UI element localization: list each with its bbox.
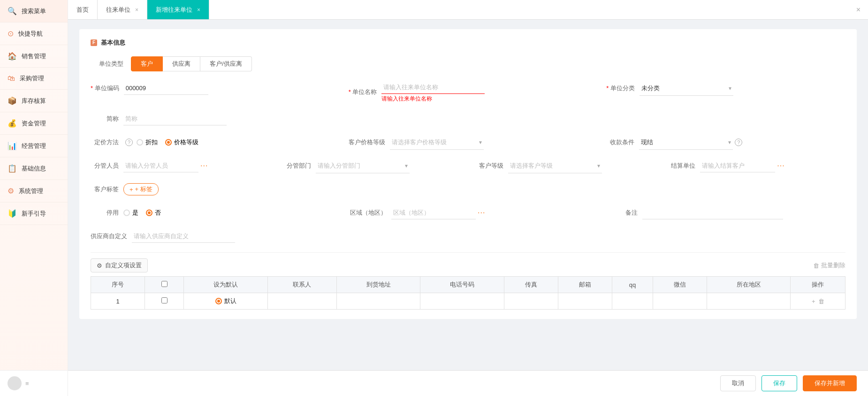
purchase-icon: 🛍 bbox=[8, 74, 15, 83]
th-address: 到货地址 bbox=[336, 277, 420, 293]
save-button[interactable]: 保存 bbox=[761, 375, 797, 391]
th-contact: 联系人 bbox=[267, 277, 336, 293]
table-header: 序号 设为默认 联系人 到货地址 电话号码 传真 邮箱 qq 微信 所在地区 操… bbox=[91, 277, 845, 293]
save-new-button[interactable]: 保存并新增 bbox=[803, 375, 857, 391]
form-group-region: 区域（地区） ··· bbox=[350, 205, 586, 220]
manager-more-icon[interactable]: ··· bbox=[198, 162, 210, 170]
settlement-label: 结算单位 bbox=[667, 158, 700, 173]
tags-label: 客户标签 bbox=[91, 182, 123, 197]
region-more-icon[interactable]: ··· bbox=[476, 209, 487, 217]
disable-no-label: 否 bbox=[155, 209, 161, 217]
row-phone bbox=[420, 293, 504, 310]
row-add-btn[interactable]: + bbox=[812, 298, 815, 305]
tab-new-partner[interactable]: 新增往来单位 × bbox=[147, 0, 209, 19]
cust-price-select[interactable]: 请选择客户价格等级 ▾ bbox=[390, 135, 484, 150]
sidebar-item-search[interactable]: 🔍 搜索菜单 bbox=[0, 0, 68, 23]
sidebar-item-operation[interactable]: 📊 经营管理 bbox=[0, 135, 68, 157]
sidebar-item-system[interactable]: ⚙ 系统管理 bbox=[0, 180, 68, 202]
cust-level-select[interactable]: 请选择客户等级 ▾ bbox=[508, 159, 602, 173]
form-row-7: 供应商自定义 bbox=[91, 229, 845, 244]
cust-price-placeholder: 请选择客户价格等级 bbox=[392, 138, 477, 147]
tab-partners[interactable]: 往来单位 × bbox=[98, 0, 147, 19]
unit-type-supplier[interactable]: 供应离 bbox=[163, 56, 200, 71]
th-email: 邮箱 bbox=[558, 277, 612, 293]
sidebar-item-sales[interactable]: 🏠 销售管理 bbox=[0, 45, 68, 68]
batch-delete-btn[interactable]: 🗑 批量删除 bbox=[813, 259, 845, 272]
quicknav-icon: ⊙ bbox=[8, 29, 14, 38]
row-delete-btn[interactable]: 🗑 bbox=[818, 298, 824, 305]
disable-yes-circle bbox=[123, 210, 130, 216]
payment-label: 收款条件 bbox=[606, 135, 639, 150]
tab-partners-close[interactable]: × bbox=[135, 7, 138, 13]
payment-arrow: ▾ bbox=[728, 139, 731, 146]
manager-input[interactable] bbox=[123, 159, 198, 172]
cust-price-label: 客户价格等级 bbox=[349, 135, 390, 150]
form-group-disable: 停用 是 否 bbox=[91, 205, 327, 220]
row-wechat bbox=[653, 293, 707, 310]
settlement-input[interactable] bbox=[700, 159, 775, 172]
payment-help-icon[interactable]: ? bbox=[735, 139, 742, 146]
pricing-level-radio[interactable]: 价格等级 bbox=[165, 138, 198, 147]
unit-name-input[interactable] bbox=[381, 81, 485, 94]
unit-type-both[interactable]: 客户/供应离 bbox=[200, 56, 252, 71]
sidebar-item-purchase[interactable]: 🛍 采购管理 bbox=[0, 68, 68, 90]
payment-select[interactable]: 现结 ▾ bbox=[639, 135, 733, 150]
settlement-more-icon[interactable]: ··· bbox=[775, 162, 786, 170]
form-row-2: 简称 bbox=[91, 111, 845, 126]
tab-close-all[interactable]: × bbox=[849, 0, 868, 19]
pricing-discount-radio[interactable]: 折扣 bbox=[137, 138, 158, 147]
row-checkbox-input[interactable] bbox=[161, 297, 168, 303]
form-row-6: 停用 是 否 区域（地区） bbox=[91, 205, 845, 220]
short-name-input[interactable] bbox=[123, 112, 227, 125]
custom-settings-label: 自定义项设置 bbox=[105, 261, 142, 270]
unit-type-customer[interactable]: 客户 bbox=[131, 56, 163, 71]
operation-icon: 📊 bbox=[8, 141, 17, 150]
form-group-shortname: 简称 bbox=[91, 111, 845, 126]
dept-select[interactable]: 请输入分管部门 ▾ bbox=[316, 159, 410, 173]
unit-name-error: 请输入往来单位名称 bbox=[381, 95, 587, 103]
form-group-remark: 备注 bbox=[609, 205, 845, 220]
remark-input[interactable] bbox=[642, 206, 783, 219]
cancel-button[interactable]: 取消 bbox=[720, 375, 756, 391]
tag-add-button[interactable]: + + 标签 bbox=[123, 183, 159, 195]
disable-yes-radio[interactable]: 是 bbox=[123, 209, 138, 217]
form-group-dept: 分管部门 请输入分管部门 ▾ bbox=[283, 158, 461, 173]
th-wechat: 微信 bbox=[653, 277, 707, 293]
unit-category-select[interactable]: 未分类 ▾ bbox=[640, 81, 733, 96]
form-group-cust-level: 客户等级 请选择客户等级 ▾ bbox=[475, 158, 654, 173]
sidebar-label-guide: 新手引导 bbox=[22, 210, 46, 218]
pricing-help-icon[interactable]: ? bbox=[125, 139, 133, 146]
unit-code-input[interactable] bbox=[124, 82, 208, 95]
sidebar-item-finance[interactable]: 💰 资金管理 bbox=[0, 112, 68, 135]
tab-home-label: 首页 bbox=[76, 6, 89, 14]
sidebar-item-inventory[interactable]: 📦 库存核算 bbox=[0, 90, 68, 112]
form-group-code: 单位编码 bbox=[91, 81, 330, 96]
th-region: 所在地区 bbox=[707, 277, 791, 293]
tab-new-partner-label: 新增往来单位 bbox=[156, 6, 192, 14]
guide-icon: 🔰 bbox=[8, 209, 17, 218]
payment-value: 现结 bbox=[641, 138, 726, 147]
sidebar-label-finance: 资金管理 bbox=[22, 119, 46, 128]
tab-home[interactable]: 首页 bbox=[68, 0, 98, 19]
sidebar-bottom: ≡ bbox=[0, 370, 68, 396]
dept-label: 分管部门 bbox=[283, 158, 316, 173]
sidebar-label-basic: 基础信息 bbox=[22, 164, 46, 173]
sidebar-item-basic[interactable]: 📋 基础信息 bbox=[0, 157, 68, 180]
unit-category-value: 未分类 bbox=[641, 84, 727, 93]
tab-new-partner-close[interactable]: × bbox=[197, 7, 200, 13]
row-email bbox=[558, 293, 612, 310]
user-avatar bbox=[8, 376, 22, 390]
form-row-1: 单位编码 单位名称 请输入往来单位名称 单位分类 未分类 ▾ bbox=[91, 81, 845, 103]
sidebar-item-quicknav[interactable]: ⊙ 快捷导航 bbox=[0, 23, 68, 45]
row-default-radio[interactable]: 默认 bbox=[189, 297, 263, 305]
region-input[interactable] bbox=[391, 206, 476, 219]
row-region bbox=[707, 293, 791, 310]
sidebar-item-guide[interactable]: 🔰 新手引导 bbox=[0, 202, 68, 225]
disable-no-radio[interactable]: 否 bbox=[146, 209, 161, 217]
tag-add-icon: + bbox=[129, 186, 133, 193]
custom-settings-button[interactable]: ⚙ 自定义项设置 bbox=[91, 258, 148, 272]
finance-icon: 💰 bbox=[8, 119, 17, 128]
supplier-custom-input[interactable] bbox=[132, 230, 235, 243]
contact-table: 序号 设为默认 联系人 到货地址 电话号码 传真 邮箱 qq 微信 所在地区 操… bbox=[91, 276, 845, 310]
select-all-checkbox[interactable] bbox=[161, 281, 168, 287]
